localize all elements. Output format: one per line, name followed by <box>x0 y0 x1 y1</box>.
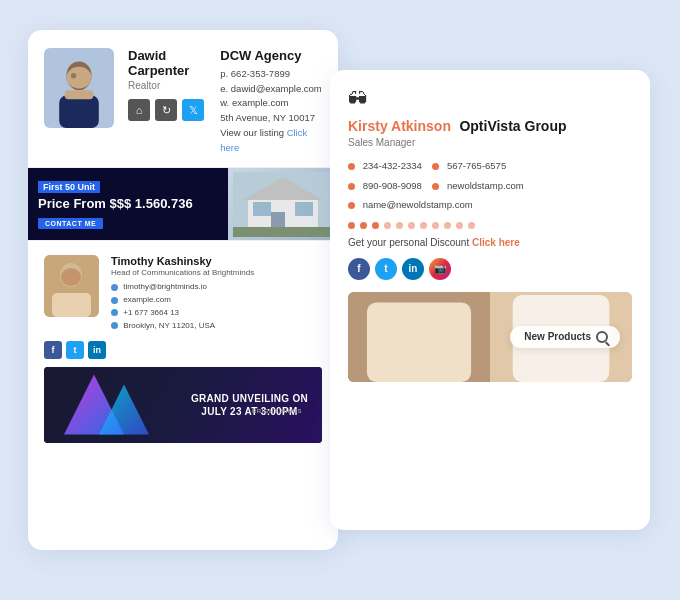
bottom-social-icons: f t in <box>44 341 322 359</box>
phone2-dot <box>432 163 439 170</box>
kirsty-company: OptiVista Group <box>459 118 566 134</box>
twitter-icon[interactable]: 𝕏 <box>182 99 204 121</box>
kdot-5 <box>396 222 403 229</box>
banner-price: Price From $$$ 1.560.736 <box>38 196 218 212</box>
banner2-text: Grand unveiling on July 23 at 3:00PM BRI… <box>191 392 308 418</box>
listing-label: View our listing <box>220 127 284 138</box>
phone1-dot <box>348 163 355 170</box>
bottom-sig-role: Head of Communications at Brightminds <box>111 268 254 277</box>
kirsty-email-row: name@newoldstamp.com <box>348 197 632 214</box>
home-icon[interactable]: ⌂ <box>128 99 150 121</box>
banner2-title: Grand unveiling on <box>191 392 308 405</box>
new-products-button[interactable]: New Products <box>510 326 620 348</box>
svg-point-2 <box>66 67 91 89</box>
svg-rect-18 <box>367 302 471 382</box>
kirsty-role: Sales Manager <box>348 137 632 148</box>
bottom-sig-website: example.com <box>111 294 254 307</box>
bottom-banner: Grand unveiling on July 23 at 3:00PM BRI… <box>44 367 322 443</box>
banner-person1 <box>348 292 490 382</box>
kdot-7 <box>420 222 427 229</box>
top-sig-company: DCW Agency <box>220 48 322 63</box>
discount-text: Get your personal Discount <box>348 237 469 248</box>
product-banner: New Products <box>348 292 632 382</box>
svg-rect-9 <box>253 202 271 216</box>
top-sig-email: e. dawid@example.com <box>220 82 322 97</box>
svg-rect-14 <box>52 293 91 317</box>
kirsty-instagram-icon[interactable]: 📷 <box>429 258 451 280</box>
svg-rect-1 <box>59 96 99 128</box>
phone-dot <box>111 309 118 316</box>
bottom-sig-address: Brooklyn, NY 11201, USA <box>111 320 254 333</box>
banner-house-image <box>228 168 338 240</box>
kirsty-phone3-web: 890-908-9098 newoldstamp.com <box>348 178 632 195</box>
search-icon <box>596 331 608 343</box>
web-dot2 <box>432 183 439 190</box>
new-products-label: New Products <box>524 331 591 342</box>
email-dot2 <box>348 202 355 209</box>
bottom-sig-name: Timothy Kashinsky <box>111 255 254 267</box>
kdot-10 <box>456 222 463 229</box>
kirsty-dots-row <box>348 222 632 229</box>
top-sig-listing: View our listing Click here <box>220 126 322 155</box>
contact-me-button[interactable]: CONTACT ME <box>38 218 103 229</box>
top-sig-social-icons: ⌂ ↻ 𝕏 <box>128 99 206 121</box>
kirsty-twitter-icon[interactable]: t <box>375 258 397 280</box>
bottom-sig-phone: +1 677 3664 13 <box>111 307 254 320</box>
svg-rect-4 <box>65 90 94 99</box>
glasses-icon: 🕶 <box>348 88 632 111</box>
linkedin-icon[interactable]: in <box>88 341 106 359</box>
svg-point-15 <box>61 268 81 286</box>
kdot-11 <box>468 222 475 229</box>
svg-rect-11 <box>233 227 333 237</box>
main-container: Dawid Carpenter Realtor ⌂ ↻ 𝕏 DCW Agency… <box>0 0 680 600</box>
top-avatar-wrap <box>44 48 114 128</box>
top-sig-website: w. example.com <box>220 96 322 111</box>
kirsty-details: 234-432-2334 567-765-6575 890-908-9098 n… <box>348 158 632 214</box>
refresh-icon[interactable]: ↻ <box>155 99 177 121</box>
svg-point-3 <box>71 73 76 78</box>
kdot-9 <box>444 222 451 229</box>
kdot-8 <box>432 222 439 229</box>
kirsty-phone1: 234-432-2334 567-765-6575 <box>348 158 632 175</box>
facebook-icon[interactable]: f <box>44 341 62 359</box>
banner2-inner: Grand unveiling on July 23 at 3:00PM BRI… <box>44 367 322 443</box>
top-sig-name: Dawid Carpenter <box>128 48 206 78</box>
addr-dot <box>111 322 118 329</box>
bottom-signature: Timothy Kashinsky Head of Communications… <box>28 241 338 452</box>
bottom-avatar <box>44 255 99 317</box>
banner-label: First 50 Unit <box>38 181 100 193</box>
banner2-logo: BRIGHT MINDS <box>252 408 302 414</box>
kirsty-name-row: Kirsty Atkinson OptiVista Group <box>348 117 632 135</box>
top-banner: First 50 Unit Price From $$$ 1.560.736 C… <box>28 168 338 240</box>
kirsty-name: Kirsty Atkinson <box>348 118 451 134</box>
kdot-1 <box>348 222 355 229</box>
phone3-dot <box>348 183 355 190</box>
top-sig-role: Realtor <box>128 80 206 91</box>
kirsty-click-here[interactable]: Click here <box>472 237 520 248</box>
banner-left: First 50 Unit Price From $$$ 1.560.736 C… <box>28 168 228 240</box>
kdot-4 <box>384 222 391 229</box>
kdot-2 <box>360 222 367 229</box>
right-card: 🕶 Kirsty Atkinson OptiVista Group Sales … <box>330 70 650 530</box>
kdot-3 <box>372 222 379 229</box>
svg-rect-10 <box>295 202 313 216</box>
email-dot <box>111 284 118 291</box>
left-card: Dawid Carpenter Realtor ⌂ ↻ 𝕏 DCW Agency… <box>28 30 338 550</box>
kirsty-discount-row: Get your personal Discount Click here <box>348 237 632 248</box>
top-signature: Dawid Carpenter Realtor ⌂ ↻ 𝕏 DCW Agency… <box>28 30 338 168</box>
web-dot <box>111 297 118 304</box>
top-sig-address: 5th Avenue, NY 10017 <box>220 111 322 126</box>
bottom-sig-email: timothy@brightminds.io <box>111 281 254 294</box>
right-card-inner: 🕶 Kirsty Atkinson OptiVista Group Sales … <box>330 70 650 396</box>
top-avatar <box>44 48 114 128</box>
kirsty-facebook-icon[interactable]: f <box>348 258 370 280</box>
top-sig-phone: p. 662-353-7899 <box>220 67 322 82</box>
kirsty-linkedin-icon[interactable]: in <box>402 258 424 280</box>
kdot-6 <box>408 222 415 229</box>
twitter-icon-2[interactable]: t <box>66 341 84 359</box>
kirsty-social-icons: f t in 📷 <box>348 258 632 280</box>
